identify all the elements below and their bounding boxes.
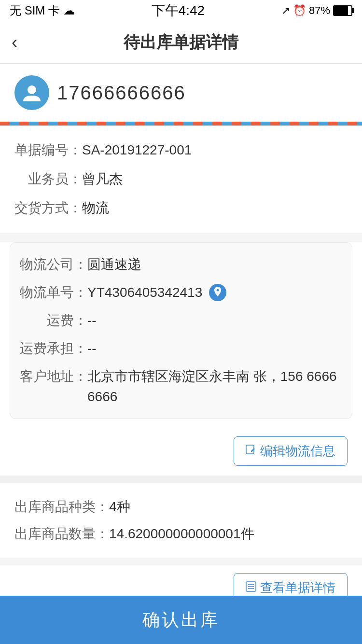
detail-btn-label: 查看单据详情 xyxy=(260,579,335,596)
salesman-row: 业务员： 曾凡杰 xyxy=(14,169,348,189)
freight-value: -- xyxy=(87,310,342,331)
battery-text: 87% xyxy=(309,4,330,17)
logistics-company-label: 物流公司： xyxy=(20,254,87,275)
nav-bar: ‹ 待出库单据详情 xyxy=(0,21,362,64)
no-sim-text: 无 SIM 卡 ☁ xyxy=(10,3,75,18)
location-pin-icon xyxy=(213,287,223,298)
page-title: 待出库单据详情 xyxy=(124,31,238,54)
basic-info-section: 单据编号： SA-20191227-001 业务员： 曾凡杰 交货方式： 物流 xyxy=(0,126,362,233)
svg-point-0 xyxy=(28,85,36,94)
goods-types-row: 出库商品种类： 4种 xyxy=(14,498,348,516)
status-time: 下午4:42 xyxy=(152,1,205,20)
salesman-label: 业务员： xyxy=(14,169,82,189)
address-value: 北京市市辖区海淀区永丰南 张，156 6666 6666 xyxy=(87,366,342,407)
delivery-label: 交货方式： xyxy=(14,198,82,218)
goods-section: 出库商品种类： 4种 出库商品数量： 14.620000000000001件 xyxy=(0,483,362,558)
battery-icon xyxy=(333,5,352,16)
salesman-value: 曾凡杰 xyxy=(82,169,348,189)
goods-types-value: 4种 xyxy=(109,498,348,516)
document-number-label: 单据编号： xyxy=(14,140,82,160)
edit-icon xyxy=(246,444,256,459)
tracking-number-row: 物流单号： YT43064053424​13 xyxy=(20,282,342,303)
list-icon xyxy=(246,580,256,595)
goods-types-label: 出库商品种类： xyxy=(14,498,109,516)
freight-bear-label: 运费承担： xyxy=(20,338,87,359)
edit-btn-label: 编辑物流信息 xyxy=(260,443,335,460)
document-number-value: SA-20191227-001 xyxy=(82,140,348,160)
goods-quantity-value: 14.620000000000001件 xyxy=(109,525,348,543)
logistics-company-value: 圆通速递 xyxy=(87,254,342,275)
document-number-row: 单据编号： SA-20191227-001 xyxy=(14,140,348,160)
delivery-row: 交货方式： 物流 xyxy=(14,198,348,218)
delivery-value: 物流 xyxy=(82,198,348,218)
avatar xyxy=(14,75,49,110)
status-left: 无 SIM 卡 ☁ xyxy=(10,3,75,18)
address-label: 客户地址： xyxy=(20,366,87,387)
address-row: 客户地址： 北京市市辖区海淀区永丰南 张，156 6666 6666 xyxy=(20,366,342,407)
tracking-pin-button[interactable] xyxy=(209,284,226,301)
user-header: 17666666666 xyxy=(0,64,362,122)
tracking-number-label: 物流单号： xyxy=(20,282,87,303)
logistics-company-row: 物流公司： 圆通速递 xyxy=(20,254,342,275)
freight-label: 运费： xyxy=(20,310,87,331)
status-bar: 无 SIM 卡 ☁ 下午4:42 ↗ ⏰ 87% xyxy=(0,0,362,21)
edit-btn-row: 编辑物流信息 xyxy=(0,429,362,476)
freight-bear-value: -- xyxy=(87,338,342,359)
alarm-icon: ⏰ xyxy=(293,4,306,17)
back-button[interactable]: ‹ xyxy=(12,32,17,53)
user-phone: 17666666666 xyxy=(57,82,186,104)
status-right: ↗ ⏰ 87% xyxy=(281,4,352,17)
freight-bear-row: 运费承担： -- xyxy=(20,338,342,359)
goods-quantity-label: 出库商品数量： xyxy=(14,525,109,543)
confirm-bottom-bar[interactable]: 确认出库 xyxy=(0,596,362,644)
dashed-divider xyxy=(0,122,362,126)
location-icon: ↗ xyxy=(281,4,290,17)
section-divider xyxy=(0,476,362,483)
user-avatar-icon xyxy=(21,82,42,103)
tracking-number-value: YT43064053424​13 xyxy=(87,282,342,303)
edit-logistics-button[interactable]: 编辑物流信息 xyxy=(234,436,348,466)
confirm-btn-label: 确认出库 xyxy=(142,608,220,632)
logistics-card: 物流公司： 圆通速递 物流单号： YT43064053424​13 运费： --… xyxy=(10,242,352,419)
freight-row: 运费： -- xyxy=(20,310,342,331)
goods-quantity-row: 出库商品数量： 14.620000000000001件 xyxy=(14,525,348,543)
